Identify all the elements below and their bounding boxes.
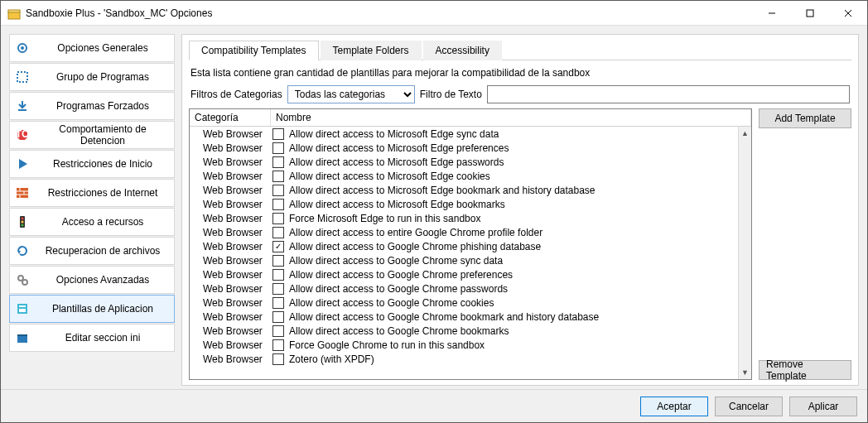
sidebar-item-label: Grupo de Programas: [36, 71, 169, 83]
app-icon: [7, 7, 21, 20]
table-row[interactable]: Web BrowserAllow direct access to Micros…: [190, 141, 738, 155]
sidebar-item-4[interactable]: Restricciones de Inicio: [9, 150, 175, 178]
dialog-footer: Aceptar Cancelar Aplicar: [1, 389, 867, 422]
row-name: Allow direct access to Google Chrome boo…: [289, 311, 733, 323]
svg-marker-23: [17, 251, 21, 254]
row-checkbox[interactable]: [272, 297, 284, 309]
table-row[interactable]: Web Browser✓Allow direct access to Googl…: [190, 239, 738, 253]
sidebar-item-3[interactable]: STOPComportamiento de Detencion: [9, 121, 175, 149]
scroll-down-icon[interactable]: ▼: [739, 366, 751, 379]
row-checkbox[interactable]: [272, 339, 284, 351]
tab-2[interactable]: Accessibility: [423, 41, 502, 60]
row-checkbox[interactable]: [272, 325, 284, 337]
row-category: Web Browser: [195, 353, 271, 365]
text-filter-input[interactable]: [487, 85, 850, 103]
tab-0[interactable]: Compatibility Templates: [189, 41, 319, 60]
table-body: Web BrowserAllow direct access to Micros…: [190, 127, 751, 379]
minimize-button[interactable]: [753, 1, 791, 26]
sidebar-item-7[interactable]: Recuperacion de archivos: [9, 237, 175, 265]
add-template-button[interactable]: Add Template: [759, 108, 851, 128]
close-button[interactable]: [829, 1, 867, 26]
svg-rect-3: [807, 10, 813, 17]
table-row[interactable]: Web BrowserAllow direct access to Google…: [190, 281, 738, 296]
gears-icon: [15, 272, 30, 287]
row-name: Allow direct access to Microsoft Edge sy…: [289, 128, 733, 140]
sidebar-item-5[interactable]: Restricciones de Internet: [9, 179, 175, 207]
table-row[interactable]: Web BrowserAllow direct access to Google…: [190, 324, 738, 338]
sidebar-item-10[interactable]: Editar seccion ini: [9, 324, 175, 352]
row-checkbox[interactable]: ✓: [272, 241, 284, 252]
gear-icon: [15, 41, 30, 55]
row-name: Zotero (with XPDF): [289, 353, 733, 365]
row-checkbox[interactable]: [272, 269, 284, 281]
svg-rect-30: [17, 334, 27, 336]
table-row[interactable]: Web BrowserAllow direct access to Google…: [190, 296, 738, 310]
row-checkbox[interactable]: [272, 283, 284, 295]
col-header-name[interactable]: Nombre: [271, 109, 751, 126]
row-checkbox[interactable]: [272, 142, 284, 154]
apply-button[interactable]: Aplicar: [789, 397, 857, 416]
row-name: Allow direct access to Google Chrome pre…: [289, 269, 733, 281]
table-row[interactable]: Web BrowserZotero (with XPDF): [190, 352, 738, 366]
row-category: Web Browser: [195, 171, 271, 182]
svg-rect-13: [17, 188, 28, 198]
row-checkbox[interactable]: [272, 353, 284, 365]
maximize-button[interactable]: [791, 1, 829, 26]
cancel-button[interactable]: Cancelar: [715, 397, 783, 416]
svg-marker-12: [19, 159, 27, 169]
tab-bar: Compatibility TemplatesTemplate FoldersA…: [189, 40, 851, 60]
row-checkbox[interactable]: [272, 156, 284, 168]
side-buttons: Add Template Remove Template: [759, 108, 851, 380]
row-category: Web Browser: [195, 325, 271, 337]
sidebar-item-label: Plantillas de Aplicacion: [36, 303, 169, 315]
ok-button[interactable]: Aceptar: [640, 397, 708, 416]
sidebar-item-0[interactable]: Opciones Generales: [9, 34, 175, 62]
row-checkbox[interactable]: [272, 185, 284, 196]
scroll-up-icon[interactable]: ▲: [739, 127, 751, 140]
content-row: Categoría Nombre Web BrowserAllow direct…: [189, 108, 851, 380]
row-name: Allow direct access to Microsoft Edge co…: [289, 171, 733, 182]
row-checkbox[interactable]: [272, 171, 284, 182]
sidebar-item-8[interactable]: Opciones Avanzadas: [9, 266, 175, 294]
sidebar-item-label: Opciones Avanzadas: [36, 274, 169, 286]
svg-rect-8: [17, 72, 27, 82]
table-row[interactable]: Web BrowserAllow direct access to Google…: [190, 267, 738, 281]
table-row[interactable]: Web BrowserAllow direct access to Micros…: [190, 183, 738, 197]
row-checkbox[interactable]: [272, 213, 284, 224]
row-name: Force Google Chrome to run in this sandb…: [289, 339, 733, 351]
scroll-track[interactable]: [739, 140, 751, 366]
sidebar-item-6[interactable]: Acceso a recursos: [9, 208, 175, 236]
table-row[interactable]: Web BrowserAllow direct access to Google…: [190, 253, 738, 267]
row-checkbox[interactable]: [272, 311, 284, 323]
row-checkbox[interactable]: [272, 255, 284, 267]
row-name: Allow direct access to Google Chrome pas…: [289, 283, 733, 295]
row-category: Web Browser: [195, 255, 271, 267]
svg-rect-27: [19, 305, 26, 307]
row-checkbox[interactable]: [272, 128, 284, 140]
table-row[interactable]: Web BrowserForce Google Chrome to run in…: [190, 338, 738, 352]
sidebar-item-9[interactable]: Plantillas de Aplicacion: [9, 295, 175, 323]
table-row[interactable]: Web BrowserAllow direct access to Google…: [190, 310, 738, 324]
table-row[interactable]: Web BrowserAllow direct access to entire…: [190, 225, 738, 239]
vertical-scrollbar[interactable]: ▲ ▼: [738, 127, 751, 379]
col-header-category[interactable]: Categoría: [190, 109, 271, 126]
table-row[interactable]: Web BrowserAllow direct access to Micros…: [190, 169, 738, 183]
table-row[interactable]: Web BrowserAllow direct access to Micros…: [190, 197, 738, 211]
table-row[interactable]: Web BrowserAllow direct access to Micros…: [190, 155, 738, 169]
row-category: Web Browser: [195, 199, 271, 210]
table-row[interactable]: Web BrowserForce Microsoft Edge to run i…: [190, 211, 738, 225]
svg-point-25: [22, 280, 27, 285]
row-name: Allow direct access to Google Chrome phi…: [289, 241, 733, 252]
row-name: Allow direct access to entire Google Chr…: [289, 227, 733, 238]
row-checkbox[interactable]: [272, 227, 284, 238]
text-filter-label: Filtro de Texto: [420, 89, 482, 100]
category-filter-select[interactable]: Todas las categorias: [287, 85, 415, 103]
tab-1[interactable]: Template Folders: [321, 41, 422, 60]
sidebar-item-1[interactable]: Grupo de Programas: [9, 63, 175, 91]
row-checkbox[interactable]: [272, 199, 284, 210]
remove-template-button[interactable]: Remove Template: [759, 360, 851, 380]
window-body: Opciones GeneralesGrupo de ProgramasProg…: [1, 26, 867, 389]
table-row[interactable]: Web BrowserAllow direct access to Micros…: [190, 127, 738, 141]
row-category: Web Browser: [195, 185, 271, 196]
sidebar-item-2[interactable]: Programas Forzados: [9, 92, 175, 120]
